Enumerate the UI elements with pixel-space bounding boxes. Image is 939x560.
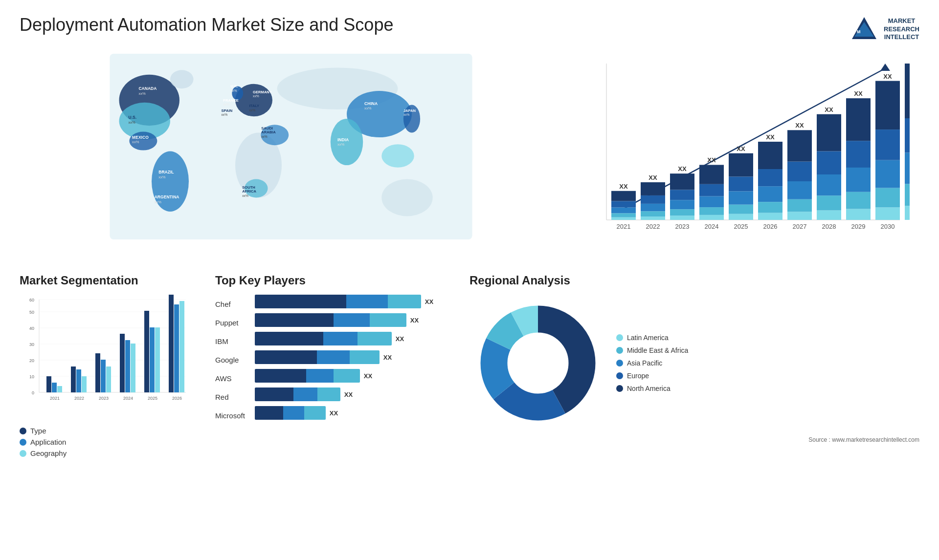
legend-application: Application bbox=[20, 438, 205, 446]
svg-rect-98 bbox=[787, 212, 812, 220]
svg-rect-109 bbox=[817, 114, 841, 151]
apac-label: Asia Pacific bbox=[627, 359, 662, 367]
svg-rect-126 bbox=[905, 206, 910, 220]
svg-rect-159 bbox=[82, 376, 87, 392]
svg-rect-105 bbox=[817, 211, 841, 220]
svg-text:50: 50 bbox=[29, 310, 34, 315]
svg-text:XX: XX bbox=[678, 165, 687, 172]
svg-rect-127 bbox=[905, 184, 910, 206]
svg-rect-166 bbox=[144, 311, 149, 392]
legend-type: Type bbox=[20, 427, 205, 435]
google-value: XX bbox=[383, 354, 392, 361]
svg-rect-93 bbox=[758, 186, 782, 202]
donut-svg bbox=[470, 295, 606, 431]
svg-text:xx%: xx% bbox=[155, 200, 162, 204]
svg-marker-55 bbox=[880, 64, 890, 71]
player-ibm: IBM bbox=[215, 334, 245, 348]
svg-rect-72 bbox=[670, 200, 694, 209]
donut-chart bbox=[470, 295, 606, 431]
svg-rect-113 bbox=[846, 192, 871, 209]
svg-rect-56 bbox=[611, 217, 636, 220]
svg-text:2023: 2023 bbox=[99, 396, 109, 401]
svg-rect-79 bbox=[699, 196, 724, 208]
svg-text:INDIA: INDIA bbox=[337, 137, 349, 142]
seg-chart-container: 0 10 20 30 40 50 60 2021 2022 2023 2024 … bbox=[20, 295, 205, 422]
svg-text:xx%: xx% bbox=[129, 120, 136, 125]
svg-rect-91 bbox=[758, 213, 782, 220]
svg-text:2025: 2025 bbox=[148, 396, 157, 401]
svg-text:XX: XX bbox=[883, 73, 892, 80]
svg-rect-112 bbox=[846, 209, 871, 220]
player-bar-puppet: XX bbox=[255, 313, 460, 327]
svg-rect-100 bbox=[787, 181, 812, 199]
svg-rect-67 bbox=[641, 182, 665, 195]
svg-text:xx%: xx% bbox=[132, 140, 139, 144]
svg-rect-80 bbox=[699, 184, 724, 196]
svg-text:2023: 2023 bbox=[675, 223, 690, 230]
svg-rect-123 bbox=[875, 81, 900, 130]
north-america-label: North America bbox=[627, 385, 671, 392]
svg-rect-163 bbox=[120, 334, 125, 392]
seg-chart: 0 10 20 30 40 50 60 2021 2022 2023 2024 … bbox=[20, 295, 196, 412]
player-chef: Chef bbox=[215, 297, 245, 311]
svg-text:2021: 2021 bbox=[50, 396, 60, 401]
svg-rect-168 bbox=[155, 327, 160, 392]
svg-text:30: 30 bbox=[29, 342, 34, 347]
svg-text:10: 10 bbox=[29, 374, 34, 379]
player-bar-microsoft: XX bbox=[255, 406, 460, 420]
logo: M MARKET RESEARCH INTELLECT bbox=[850, 15, 919, 44]
svg-text:CHINA: CHINA bbox=[364, 101, 378, 106]
legend-geography: Geography bbox=[20, 449, 205, 457]
svg-text:40: 40 bbox=[29, 326, 34, 331]
svg-text:2030: 2030 bbox=[881, 223, 895, 230]
svg-rect-155 bbox=[52, 383, 57, 392]
player-bar-chef: XX bbox=[255, 295, 460, 308]
svg-rect-171 bbox=[179, 301, 184, 392]
svg-rect-162 bbox=[106, 366, 111, 392]
svg-rect-58 bbox=[611, 208, 636, 214]
legend-asia-pacific: Asia Pacific bbox=[616, 359, 688, 367]
players-names: Chef Puppet IBM Google AWS Red Microsoft bbox=[215, 295, 245, 422]
svg-text:2024: 2024 bbox=[123, 396, 133, 401]
svg-text:2022: 2022 bbox=[646, 223, 660, 230]
svg-text:ARGENTINA: ARGENTINA bbox=[155, 194, 179, 199]
svg-rect-119 bbox=[875, 207, 900, 220]
seg-legend: Type Application Geography bbox=[20, 427, 205, 457]
svg-text:2022: 2022 bbox=[74, 396, 84, 401]
svg-rect-81 bbox=[699, 165, 724, 184]
svg-rect-102 bbox=[787, 130, 812, 161]
svg-rect-66 bbox=[641, 195, 665, 204]
svg-text:ARABIA: ARABIA bbox=[261, 130, 276, 134]
svg-text:xx%: xx% bbox=[231, 89, 237, 92]
player-bar-ibm: XX bbox=[255, 332, 460, 345]
svg-rect-114 bbox=[846, 168, 871, 192]
growth-chart-section: XX2021XX2022XX2023XX2024XX2025XX2026XX20… bbox=[577, 54, 919, 259]
legend-north-america: North America bbox=[616, 385, 688, 392]
source-text: Source : www.marketresearchintellect.com bbox=[470, 436, 919, 443]
svg-rect-99 bbox=[787, 199, 812, 212]
svg-rect-156 bbox=[57, 386, 62, 392]
svg-text:60: 60 bbox=[29, 298, 34, 302]
player-microsoft: Microsoft bbox=[215, 409, 245, 422]
svg-text:xx%: xx% bbox=[253, 94, 259, 98]
svg-rect-73 bbox=[670, 190, 694, 200]
player-google: Google bbox=[215, 353, 245, 366]
svg-text:0: 0 bbox=[32, 390, 34, 395]
svg-rect-95 bbox=[758, 142, 782, 169]
svg-rect-85 bbox=[729, 205, 753, 214]
svg-text:M: M bbox=[857, 29, 861, 34]
svg-text:xx%: xx% bbox=[242, 194, 248, 197]
segmentation-section: Market Segmentation 0 10 20 30 40 50 60 bbox=[20, 274, 205, 457]
svg-rect-169 bbox=[169, 295, 174, 392]
svg-rect-86 bbox=[729, 191, 753, 204]
players-title: Top Key Players bbox=[215, 274, 460, 287]
svg-rect-78 bbox=[699, 207, 724, 215]
svg-rect-130 bbox=[905, 64, 910, 118]
svg-text:xx%: xx% bbox=[364, 106, 372, 110]
svg-rect-165 bbox=[131, 344, 135, 392]
regional-title: Regional Analysis bbox=[470, 274, 919, 287]
svg-text:XX: XX bbox=[737, 145, 745, 152]
svg-rect-122 bbox=[875, 129, 900, 160]
puppet-value: XX bbox=[410, 317, 419, 324]
regional-section: Regional Analysis Latin Ame bbox=[470, 274, 919, 457]
